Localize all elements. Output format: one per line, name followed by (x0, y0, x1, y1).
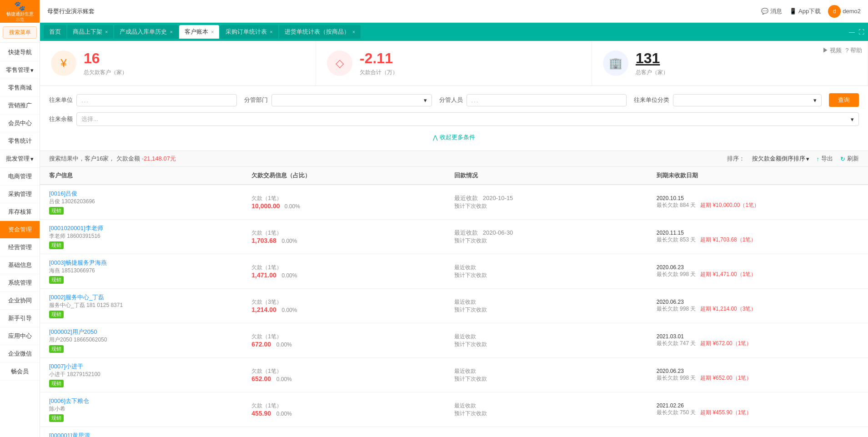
sidebar-item-marketing[interactable]: 营销推广 (0, 97, 40, 115)
debt-amount-3[interactable]: 1,214.00 (251, 306, 276, 313)
tab-import[interactable]: 进货单统计表（按商品） × (279, 25, 361, 39)
supplier-input[interactable]: ... (76, 94, 237, 106)
customer-name-4[interactable]: [000002]用户2050 (49, 328, 251, 336)
debt-amount-0[interactable]: 10,000.00 (251, 202, 280, 210)
customer-name-0[interactable]: [0016]吕俊 (49, 190, 251, 198)
due-cell-3: 2020.06.23 最长欠款 998 天 超期 ¥1,214.00（3笔） (657, 299, 859, 313)
sidebar-item-wechat[interactable]: 企业微信 (0, 345, 40, 363)
sidebar-item-operation[interactable]: 经营管理 (0, 239, 40, 256)
debtors-icon: ¥ (51, 50, 76, 76)
collapse-row: ⋀ 收起更多条件 (49, 131, 859, 143)
message-button[interactable]: 💬 消息 (761, 7, 782, 15)
sidebar-item-ecommerce[interactable]: 电商管理 (0, 168, 40, 186)
help-button[interactable]: ? 帮助 (845, 46, 862, 55)
sidebar-item-app-center[interactable]: 应用中心 (0, 327, 40, 345)
tab-customer-close[interactable]: × (211, 29, 214, 35)
customer-name-1[interactable]: [0001020001]李老师 (49, 224, 251, 232)
view-video-button[interactable]: ▶ 视频 (823, 46, 842, 55)
recovery-cell-5: 最近收款 预计下次收款 (454, 367, 657, 383)
dept-label: 分管部门 (244, 96, 268, 104)
chevron-up-icon: ⋀ (433, 134, 438, 141)
sidebar-item-retail-mgmt[interactable]: 零售管理 ▾ (0, 61, 40, 79)
overdue-info-5: 最长欠款 998 天 超期 ¥652.00（1笔） (657, 374, 859, 382)
customer-name-2[interactable]: [0003]畅捷服务尹海燕 (49, 259, 251, 267)
tab-customer[interactable]: 客户账本 × (179, 25, 219, 39)
debt-cell-6: 欠款（1笔） 455.90 0.00% (251, 402, 454, 417)
message-icon: 💬 (761, 8, 768, 15)
sidebar-item-purchase-mgmt[interactable]: 采购管理 (0, 186, 40, 203)
customer-name-3[interactable]: [0002]服务中心_丁磊 (49, 293, 251, 301)
filter-supplier: 往来单位 ... (49, 94, 237, 106)
overdue-days-0: 最长欠款 884 天 (657, 202, 696, 208)
tab-production-close[interactable]: × (170, 29, 172, 35)
app-download-button[interactable]: 📱 App下载 (789, 7, 821, 15)
sidebar-item-quick-nav[interactable]: 快捷导航 (0, 43, 40, 61)
customer-name-7[interactable]: [000001]黄思源 (49, 432, 251, 437)
tab-production[interactable]: 产成品入库单历史 × (114, 25, 178, 39)
overdue-link-3[interactable]: 超期 ¥1,214.00（3笔） (700, 306, 756, 312)
sidebar-item-beginner[interactable]: 新手引导 (0, 310, 40, 327)
collapse-button[interactable]: ⋀ 收起更多条件 (49, 131, 859, 143)
tab-home[interactable]: 首页 (44, 25, 66, 39)
overdue-link-6[interactable]: 超期 ¥455.90（1笔） (700, 409, 752, 416)
overdue-link-2[interactable]: 超期 ¥1,471.00（1笔） (700, 271, 756, 277)
customer-name-5[interactable]: [0007]小进干 (49, 362, 251, 371)
customer-contact-4: 用户2050 18665062050 (49, 336, 251, 344)
classification-label: 往来单位分类 (634, 96, 669, 104)
recovery-cell-4: 最近收款 预计下次收款 (454, 333, 657, 348)
overdue-link-0[interactable]: 超期 ¥10,000.00（1笔） (700, 202, 759, 208)
tabs-actions: — ⛶ (849, 29, 864, 35)
search-button[interactable]: 查询 (829, 93, 859, 107)
user-menu[interactable]: d demo2 (828, 5, 861, 18)
refresh-button[interactable]: ↻ 刷新 (840, 155, 859, 163)
sidebar-logo: 🐾 畅捷通好生意 示范 (0, 0, 40, 23)
table-row: [0007]小进干 小进干 18279152100 现销 欠款（1笔） 652.… (40, 358, 868, 392)
tab-products-close[interactable]: × (105, 29, 108, 35)
page-content: ¥ 16 总欠款客户（家） ◇ -2.11 欠款合计（万） 🏢 131 总客户（… (40, 41, 868, 437)
chevron-down-icon: ▾ (851, 116, 854, 123)
tab-products[interactable]: 商品上下架 × (67, 25, 113, 39)
sidebar-item-batch-mgmt[interactable]: 批发管理 ▾ (0, 150, 40, 168)
dept-select[interactable]: ▾ (271, 94, 432, 106)
customer-tag-2: 现销 (49, 276, 64, 284)
balance-select[interactable]: 选择... ▾ (76, 112, 859, 126)
sidebar-item-finance[interactable]: 资金管理 (0, 221, 40, 239)
classification-select[interactable]: ▾ (673, 94, 822, 106)
debt-amount-6[interactable]: 455.90 (251, 410, 271, 417)
tab-import-close[interactable]: × (352, 29, 355, 35)
overdue-link-5[interactable]: 超期 ¥652.00（1笔） (700, 375, 752, 381)
sidebar-item-member[interactable]: 会员中心 (0, 115, 40, 132)
sidebar-item-enterprise[interactable]: 企业协同 (0, 292, 40, 310)
tab-purchase[interactable]: 采购订单统计表 × (220, 25, 278, 39)
next-label-3: 预计下次收款 (454, 306, 657, 314)
debt-amount-4[interactable]: 672.00 (251, 341, 271, 348)
sidebar-item-system[interactable]: 系统管理 (0, 274, 40, 292)
sort-select[interactable]: 按欠款金额倒序排序 ▾ (752, 155, 809, 163)
debt-amount-1[interactable]: 1,703.68 (251, 237, 276, 244)
sidebar-item-vip[interactable]: 畅会员 (0, 363, 40, 381)
debt-amount-5[interactable]: 652.00 (251, 375, 271, 382)
sidebar-item-retail-mall[interactable]: 零售商城 (0, 79, 40, 97)
overdue-days-2: 最长欠款 998 天 (657, 271, 696, 277)
overdue-link-1[interactable]: 超期 ¥1,703.68（1笔） (700, 236, 756, 243)
customer-name-6[interactable]: [0006]去下粮仓 (49, 397, 251, 405)
overdue-info-1: 最长欠款 853 天 超期 ¥1,703.68（1笔） (657, 236, 859, 244)
tab-purchase-close[interactable]: × (270, 29, 272, 35)
overdue-link-4[interactable]: 超期 ¥672.00（1笔） (700, 340, 752, 347)
tab-home-label: 首页 (49, 28, 61, 36)
debt-amount-value: -2.11 (360, 50, 398, 67)
minimize-icon[interactable]: — (849, 29, 855, 35)
sidebar-item-inventory[interactable]: 库存核算 (0, 203, 40, 221)
filter-area: 往来单位 ... 分管部门 ▾ 分管人员 ... (40, 86, 868, 151)
person-input[interactable]: ... (467, 94, 627, 106)
sidebar-search[interactable]: 搜索菜单 (0, 23, 40, 43)
debt-amount-2[interactable]: 1,471.00 (251, 271, 276, 279)
result-amount-value: -21,148.07元 (142, 155, 176, 162)
search-menu-button[interactable]: 搜索菜单 (3, 26, 37, 39)
sidebar-item-retail-stats[interactable]: 零售统计 (0, 132, 40, 150)
export-button[interactable]: ↑ 导出 (817, 155, 833, 163)
debt-count-4: 欠款（1笔） (251, 333, 454, 341)
export-icon: ↑ (817, 156, 820, 162)
sidebar-item-basic-info[interactable]: 基础信息 (0, 256, 40, 274)
maximize-icon[interactable]: ⛶ (858, 29, 864, 35)
